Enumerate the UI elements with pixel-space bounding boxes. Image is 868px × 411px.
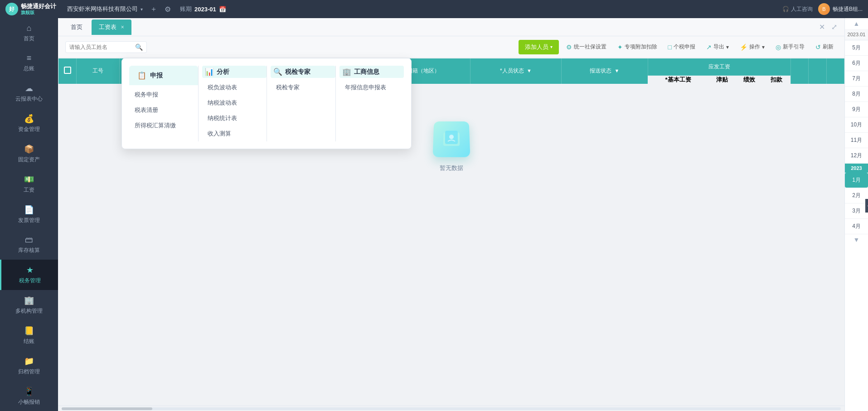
sidebar-item-salary[interactable]: 💵 工资: [0, 169, 58, 199]
shen-bao-header: 📋 申报: [129, 66, 198, 85]
expert-item[interactable]: 税检专家: [271, 80, 335, 95]
close-window-button[interactable]: ✕: [817, 22, 827, 32]
export-button[interactable]: ↗ 导出 ▾: [703, 41, 732, 53]
income-calc-item[interactable]: 收入测算: [202, 126, 267, 141]
cal-month-10[interactable]: 10月: [845, 117, 868, 133]
tax-icon: ★: [26, 265, 34, 275]
social-insurance-button[interactable]: ⚙ 统一社保设置: [563, 41, 610, 53]
scroll-bar[interactable]: [58, 406, 844, 411]
sidebar-item-archive[interactable]: 📁 归档管理: [0, 351, 58, 381]
company-name: 西安虾米网络科技有限公司: [67, 5, 138, 13]
sidebar-item-ledger[interactable]: ≡ 总账: [0, 48, 58, 78]
sidebar-item-multi-org[interactable]: 🏢 多机构管理: [0, 290, 58, 320]
tab-salary[interactable]: 工资表 ×: [92, 19, 131, 35]
cal-month-3[interactable]: 3月: [845, 203, 868, 219]
cal-month-12[interactable]: 12月: [845, 148, 868, 164]
scroll-thumb[interactable]: [62, 407, 152, 410]
sidebar: ⌂ 首页 ≡ 总账 ☁ 云报表中心 💰 资金管理 📦 固定资产 💵 工资 📄 发…: [0, 18, 58, 411]
annual-report-label: 年报信息申报表: [345, 84, 386, 91]
cal-month-11[interactable]: 11月: [845, 133, 868, 148]
cal-month-6[interactable]: 6月: [845, 56, 868, 71]
export-arrow-icon: ▾: [726, 44, 729, 50]
avatar: B: [818, 3, 830, 15]
th-operation: [826, 58, 844, 84]
expense-icon: 📱: [24, 387, 34, 396]
ledger-icon: ≡: [27, 53, 32, 63]
sidebar-item-funds[interactable]: 💰 资金管理: [0, 108, 58, 139]
refresh-button[interactable]: ↺ 刷新: [812, 41, 837, 53]
home-icon: ⌂: [27, 24, 32, 33]
special-deduction-button[interactable]: ✦ 专项附加扣除: [614, 41, 661, 53]
tax-declaration-item[interactable]: 税务申报: [129, 87, 198, 102]
calendar-panel: ▲ 2023.01 5月 6月 7月 8月 9月 10月 11月 12月 202…: [844, 18, 868, 411]
guide-button[interactable]: ◎ 新手引导: [772, 41, 808, 53]
guide-btn-icon: ◎: [776, 44, 781, 51]
chevron-down-icon: ▾: [141, 7, 143, 12]
settings-icon[interactable]: ⚙: [163, 4, 173, 15]
add-person-button[interactable]: 添加人员 ▾: [519, 40, 559, 54]
tax-declaration-icon: □: [668, 44, 672, 51]
cal-month-2[interactable]: 2月: [845, 188, 868, 203]
user-label: 畅捷通B组...: [833, 5, 863, 13]
funds-icon: 💰: [24, 114, 34, 124]
tab-home[interactable]: 首页: [63, 19, 90, 35]
operation-button[interactable]: ⚡ 操作 ▾: [736, 41, 768, 53]
cal-month-1-active[interactable]: 1月: [845, 173, 868, 188]
archive-icon: 📁: [24, 356, 34, 366]
search-icon: 🔍: [135, 44, 143, 51]
user-area[interactable]: B 畅捷通B组...: [818, 3, 863, 15]
cal-month-7[interactable]: 7月: [845, 71, 868, 87]
tax-wave-item[interactable]: 纳税波动表: [202, 95, 267, 111]
scroll-track[interactable]: [62, 407, 841, 410]
search-input[interactable]: [69, 44, 135, 50]
support-button[interactable]: 🎧 人工咨询: [782, 5, 813, 13]
income-tax-item[interactable]: 所得税汇算清缴: [129, 118, 198, 133]
sidebar-item-closing[interactable]: 📒 结账: [0, 320, 58, 351]
sidebar-item-expense[interactable]: 📱 小畅报销: [0, 381, 58, 411]
logo-sub: 旗舰版: [21, 10, 56, 15]
tax-burden-item[interactable]: 税负波动表: [202, 80, 267, 95]
tab-close-icon[interactable]: ×: [121, 24, 124, 30]
th-nationality-label: 国籍（地区）: [407, 68, 440, 74]
sidebar-item-tax[interactable]: ★ 税务管理: [0, 260, 58, 290]
filter-icon[interactable]: ▼: [527, 68, 532, 73]
guide-label: 新手引导: [783, 43, 805, 51]
sidebar-item-assets[interactable]: 📦 固定资产: [0, 139, 58, 169]
sidebar-item-invoice[interactable]: 📄 发票管理: [0, 199, 58, 230]
select-all-checkbox[interactable]: [64, 67, 71, 74]
tax-declaration-button[interactable]: □ 个税申报: [664, 41, 699, 53]
calendar-down-button[interactable]: ▼: [845, 234, 868, 245]
th-employee-id: 工号: [77, 58, 120, 84]
calendar-icon[interactable]: 📅: [219, 6, 226, 13]
cal-month-8[interactable]: 8月: [845, 87, 868, 102]
company-selector[interactable]: 西安虾米网络科技有限公司 ▾: [67, 5, 143, 13]
cal-month-9[interactable]: 9月: [845, 102, 868, 117]
th-base-salary: *基本工资: [648, 76, 708, 84]
logo-area: 好 畅捷通好会计 旗舰版: [5, 3, 60, 15]
sidebar-item-cloud[interactable]: ☁ 云报表中心: [0, 78, 58, 108]
period-area: 账期 2023-01 📅: [180, 5, 226, 13]
cal-month-4[interactable]: 4月: [845, 219, 868, 234]
multi-org-icon: 🏢: [24, 295, 34, 305]
logo-icon: 好: [5, 3, 18, 15]
th-person-status[interactable]: *人员状态 ▼: [470, 58, 561, 84]
filter-icon-2[interactable]: ▼: [615, 68, 620, 73]
tab-bar: 首页 工资表 × ✕ ⤢: [58, 18, 844, 36]
sidebar-item-home[interactable]: ⌂ 首页: [0, 18, 58, 48]
tab-salary-label: 工资表: [99, 24, 116, 30]
checkbox-header[interactable]: [58, 58, 77, 84]
expand-window-button[interactable]: ⤢: [829, 22, 839, 32]
th-submit-status[interactable]: 报送状态 ▼: [562, 58, 648, 84]
tax-table-register-item[interactable]: 税表清册: [129, 102, 198, 118]
sidebar-item-inventory[interactable]: 🗃 库存核算: [0, 230, 58, 260]
calendar-up-button[interactable]: ▲: [845, 18, 868, 29]
income-tax-label: 所得税汇算清缴: [135, 122, 176, 129]
sidebar-label: 云报表中心: [15, 95, 43, 103]
cal-month-5[interactable]: 5月: [845, 40, 868, 56]
tax-stats-item[interactable]: 纳税统计表: [202, 111, 267, 126]
operation-label: 操作: [749, 43, 760, 51]
add-company-button[interactable]: ＋: [148, 4, 159, 15]
business-title: 工商信息: [354, 68, 379, 76]
annual-report-item[interactable]: 年报信息申报表: [339, 80, 404, 95]
tab-home-label: 首页: [71, 24, 82, 30]
